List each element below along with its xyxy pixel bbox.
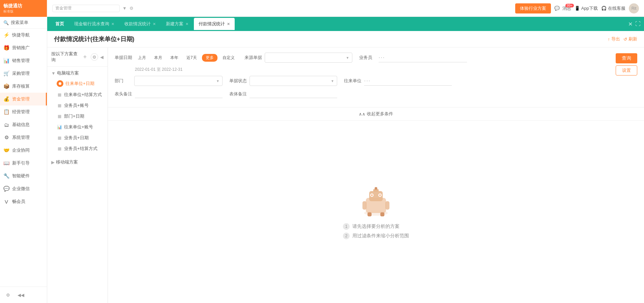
staff-dots-btn[interactable]: ··· [379,53,467,62]
sidebar-label-sales: 销售管理 [12,58,30,64]
messages-badge: 99+ [565,4,574,7]
sidebar-item-quick-nav[interactable]: ⚡ 快捷导航 [0,29,47,41]
scheme-panel-title: 按以下方案查询 [51,51,81,63]
table-header-note-input[interactable] [135,90,223,98]
svg-point-6 [379,194,381,196]
tab-new-scheme[interactable]: 新建方案✕ [161,18,193,30]
top-header: ▼ ⚙ 体验行业方案 💬 99+ 消息 📱 App下载 🎧 在线客服 Rit [47,0,644,17]
table-body-note-input[interactable] [250,90,337,98]
scheme-item-partner-settlement[interactable]: ▦ 往来单位+结算方式 [47,89,108,100]
sidebar-icon-enterprise: 🤝 [3,147,9,153]
scheme-item-label-staff-settlement: 业务员+结算方式 [64,146,97,152]
tabs-container: 首页现金银行流水查询✕收款情况统计✕新建方案✕付款情况统计✕ [51,18,235,30]
more-dates-btn[interactable]: 更多 [202,54,217,62]
scheme-panel-header: 按以下方案查询 + ⚙ ◀ [47,48,108,67]
search-menu[interactable]: 🔍 搜索菜单 [0,17,47,29]
sidebar-item-system[interactable]: ⚙ 系统管理 [0,131,47,144]
scheme-settings-btn[interactable]: ⚙ [91,53,98,61]
online-service-label: 在线客服 [608,5,625,11]
voucher-status-select[interactable]: ▼ [250,76,337,86]
close-all-icon[interactable]: ✕ [628,21,633,27]
export-btn[interactable]: ↑ 导出 [608,36,620,42]
try-btn[interactable]: 体验行业方案 [515,3,551,13]
search-menu-label: 搜索菜单 [11,20,28,26]
scheme-item-staff-date[interactable]: ▦ 业务员+日期 [47,132,108,143]
breadcrumb: ▼ ⚙ [52,5,512,12]
query-btn[interactable]: 查询 [616,53,637,63]
collapse-more-btn[interactable]: ∧∧ 收起更多条件 [359,111,393,117]
scheme-item-staff-account[interactable]: ▦ 业务员+账号 [47,100,108,111]
sidebar-label-marketing: 营销推广 [12,45,30,51]
tab-close-bank-flow[interactable]: ✕ [111,22,114,26]
table-body-note-col: 表体备注 [229,90,337,98]
tab-home[interactable]: 首页 [51,18,69,30]
scheme-item-partner-date[interactable]: 往来单位+日期 [47,78,108,89]
sidebar-label-hardware: 智能硬件 [12,173,30,179]
sidebar-item-wechat[interactable]: 💬 企业微信 [0,182,47,195]
this-year-btn[interactable]: 本年 [167,54,181,62]
source-select[interactable]: ▼ [265,53,352,63]
sidebar-item-sales[interactable]: 📊 销售管理 [0,54,47,67]
sidebar-item-guide[interactable]: 📖 新手引导 [0,157,47,170]
maximize-icon[interactable]: ⛶ [635,21,641,27]
empty-illustration [356,184,396,218]
refresh-btn[interactable]: ↺ 刷新 [623,36,637,42]
staff-filter-col: 业务员 ··· [359,53,467,62]
sidebar-label-member: 畅会员 [12,199,25,205]
sidebar-collapse-btn[interactable]: ◀◀ [16,290,26,300]
svg-point-5 [371,194,373,196]
tab-receipt-stats[interactable]: 收款情况统计✕ [120,18,160,30]
sidebar-settings-btn[interactable]: ⚙ [3,290,13,300]
tip-num-2: 2 [343,233,350,239]
sidebar-item-member[interactable]: V 畅会员 [0,195,47,208]
sidebar-label-basic: 基础信息 [12,122,30,128]
user-avatar-area[interactable]: Rit [629,3,639,13]
scheme-mobile-header[interactable]: ▶ 移动端方案 [47,157,108,167]
messages-btn[interactable]: 💬 99+ 消息 [554,5,571,11]
scheme-mobile-section: ▶ 移动端方案 [47,156,108,169]
sidebar-item-basic[interactable]: 🗂 基础信息 [0,118,47,131]
breadcrumb-input[interactable] [52,5,120,12]
tab-close-new-scheme[interactable]: ✕ [185,22,188,26]
sidebar-item-inventory[interactable]: 📦 库存核算 [0,80,47,93]
partner-dots-btn[interactable]: ··· [364,77,452,86]
scheme-mobile-label: 移动端方案 [56,159,78,165]
service-icon: 🎧 [601,6,607,11]
page-title: 付款情况统计(往来单位+日期) [54,35,135,43]
add-scheme-btn[interactable]: + [81,53,89,61]
table-header-note-label: 表头备注 [115,91,132,97]
app-download-btn[interactable]: 📱 App下载 [575,5,598,11]
scheme-collapse-btn[interactable]: ◀ [100,55,104,60]
scheme-item-staff-settlement[interactable]: ▦ 业务员+结算方式 [47,143,108,154]
last-7days-btn[interactable]: 近7天 [183,54,200,62]
source-label: 来源单据 [244,55,262,61]
tab-payment-stats[interactable]: 付款情况统计✕ [194,18,235,30]
tab-bar-actions: ✕ ⛶ [628,21,641,27]
tab-bank-flow[interactable]: 现金银行流水查询✕ [69,18,119,30]
sidebar-item-operation[interactable]: 📋 经营管理 [0,105,47,118]
tab-label-payment-stats: 付款情况统计 [199,21,225,27]
main-content: ▼ ⚙ 体验行业方案 💬 99+ 消息 📱 App下载 🎧 在线客服 Rit [47,0,644,303]
scheme-panel: 按以下方案查询 + ⚙ ◀ ▼ 电脑端方案 往来单位+日期 [47,48,108,303]
custom-date-btn[interactable]: 自定义 [219,54,238,62]
sidebar-item-purchase[interactable]: 🛒 采购管理 [0,67,47,80]
this-month-btn[interactable]: 本月 [151,54,165,62]
scheme-desktop-header[interactable]: ▼ 电脑端方案 [47,68,108,78]
sidebar-item-marketing[interactable]: 🎁 营销推广 [0,41,47,54]
online-service-btn[interactable]: 🎧 在线客服 [601,5,625,11]
tab-close-payment-stats[interactable]: ✕ [227,22,230,26]
sidebar-icon-guide: 📖 [3,160,9,166]
sidebar-item-hardware[interactable]: 🔧 智能硬件 [0,170,47,182]
filter-settings-btn[interactable]: 设置 [616,65,637,75]
scheme-item-partner-account[interactable]: 📊 往来单位+账号 [47,122,108,132]
message-icon: 💬 [554,6,560,11]
sidebar-item-finance[interactable]: 💰 资金管理 [0,93,47,105]
sidebar-item-enterprise[interactable]: 🤝 企业协同 [0,144,47,157]
last-month-btn[interactable]: 上月 [135,54,149,62]
date-label: 单据日期 [115,55,132,61]
settings-gear-icon[interactable]: ⚙ [129,6,134,11]
scheme-active-icon [57,80,63,87]
scheme-item-dept-date[interactable]: ▦ 部门+日期 [47,111,108,122]
tab-close-receipt-stats[interactable]: ✕ [153,22,156,26]
dept-select[interactable]: ▼ [134,76,223,86]
